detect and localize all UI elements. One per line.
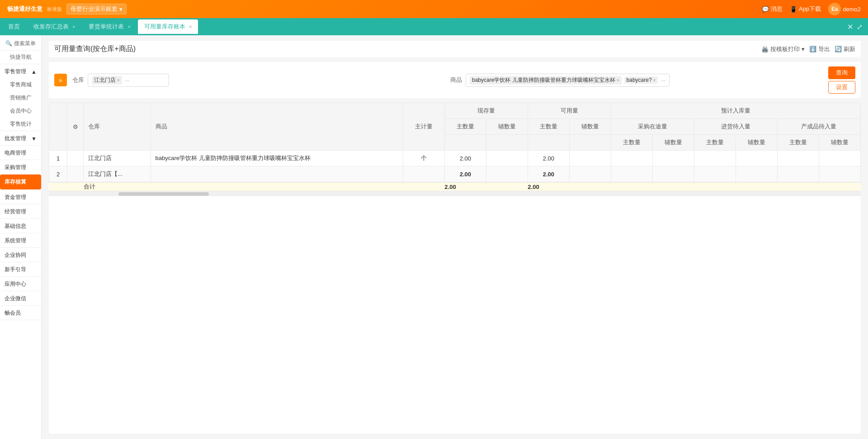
sidebar-group-ecommerce-header[interactable]: 电商管理 bbox=[0, 146, 41, 160]
sidebar-item-marketing[interactable]: 营销推广 bbox=[0, 91, 41, 104]
cell-prod-main-0 bbox=[777, 151, 819, 166]
sidebar-group-system-header[interactable]: 系统管理 bbox=[0, 233, 41, 247]
sidebar-group-retail-header[interactable]: 零售管理 ▲ bbox=[0, 64, 41, 78]
filter-product-group: 商品 babycare学饮杯 儿童防摔防撞吸管杯重力球吸嘴杯宝宝水杯 × bab… bbox=[450, 74, 823, 87]
cell-avail-main-0: 2.00 bbox=[528, 151, 569, 166]
col-curr-aux-num bbox=[486, 135, 528, 151]
col-avail-aux: 辅数量 bbox=[569, 119, 611, 135]
col-curr-main-num bbox=[444, 135, 486, 151]
print-btn[interactable]: 🖨️ 按模板打印 ▾ bbox=[761, 45, 805, 53]
tab-receive[interactable]: 收发存汇总表 × bbox=[27, 19, 81, 34]
col-main-unit: 主计量 bbox=[403, 103, 444, 151]
col-current-stock: 现存量 bbox=[444, 103, 528, 119]
page-content: 可用量查询(按仓库+商品) 🖨️ 按模板打印 ▾ ⬇️ 导出 🔄 刷新 bbox=[42, 35, 868, 439]
sidebar-group-basic: 基础信息 bbox=[0, 219, 41, 233]
sidebar-group-inventory-header[interactable]: 库存核算 bbox=[0, 175, 41, 189]
sidebar-item-member[interactable]: 会员中心 bbox=[0, 104, 41, 118]
col-settings: ⚙ bbox=[67, 103, 84, 151]
refresh-btn[interactable]: 🔄 刷新 bbox=[835, 45, 855, 53]
sidebar-group-vip-header[interactable]: 畅会员 bbox=[0, 306, 41, 320]
sidebar-group-basic-header[interactable]: 基础信息 bbox=[0, 219, 41, 233]
setting-button[interactable]: 设置 bbox=[828, 81, 855, 94]
warehouse-label: 仓库 bbox=[72, 76, 84, 84]
tab-home[interactable]: 首页 bbox=[2, 19, 26, 34]
filter-warehouse-group: 仓库 江北门店 × ··· bbox=[72, 74, 445, 87]
scrollbar-thumb[interactable] bbox=[118, 192, 209, 196]
page-title: 可用量查询(按仓库+商品) bbox=[54, 44, 136, 54]
table-scrollbar[interactable] bbox=[49, 191, 861, 196]
cell-pur-aux-0 bbox=[652, 151, 694, 166]
sidebar-group-collab-header[interactable]: 企业协同 bbox=[0, 248, 41, 262]
sidebar-item-retail-stats[interactable]: 零售统计 bbox=[0, 118, 41, 131]
col-inb-main: 主数量 bbox=[694, 135, 736, 151]
cell-settings-0 bbox=[67, 151, 84, 166]
product-tag-1-close[interactable]: × bbox=[653, 78, 656, 83]
sidebar-group-corp-wechat-header[interactable]: 企业微信 bbox=[0, 291, 41, 305]
user-menu[interactable]: Ea demo2 bbox=[828, 3, 861, 15]
close-all-icon[interactable]: ✕ bbox=[847, 23, 853, 31]
cell-avail-aux-1 bbox=[569, 166, 611, 183]
sidebar-group-wholesale-header[interactable]: 批发管理 ▼ bbox=[0, 131, 41, 145]
sidebar-group-vip: 畅会员 bbox=[0, 306, 41, 320]
sidebar-group-purchase-header[interactable]: 采购管理 bbox=[0, 160, 41, 174]
cell-prod-aux-1 bbox=[819, 166, 860, 183]
main-layout: 🔍 搜索菜单 快捷导航 零售管理 ▲ 零售商城 营销推广 会员中心 零售统计 bbox=[0, 35, 868, 439]
col-available: 可用量 bbox=[528, 103, 611, 119]
sidebar-group-finance-header[interactable]: 资金管理 bbox=[0, 190, 41, 204]
message-btn[interactable]: 💬 消息 bbox=[762, 5, 783, 13]
sidebar-item-retail-shop[interactable]: 零售商城 bbox=[0, 78, 41, 91]
cell-unit-1 bbox=[403, 166, 444, 183]
tab-bar: 首页 收发存汇总表 × 要货单统计表 × 可用量库存账本 × ✕ ⤢ bbox=[0, 18, 868, 35]
product-tag-1: babycare? × bbox=[624, 76, 658, 84]
table-footer-row: 合计 2.00 2.00 bbox=[49, 182, 861, 191]
product-more[interactable]: ··· bbox=[660, 77, 665, 84]
sidebar: 🔍 搜索菜单 快捷导航 零售管理 ▲ 零售商城 营销推广 会员中心 零售统计 bbox=[0, 35, 42, 439]
expand-icon[interactable]: ⤢ bbox=[857, 23, 863, 31]
filter-actions: 查询 设置 bbox=[828, 66, 855, 94]
tab-order-stats[interactable]: 要货单统计表 × bbox=[82, 19, 137, 34]
chevron-down-icon: ▼ bbox=[31, 136, 37, 142]
tab-home-label: 首页 bbox=[8, 23, 20, 31]
tab-available-stock[interactable]: 可用量库存账本 × bbox=[138, 19, 198, 34]
cell-inb-aux-0 bbox=[736, 151, 777, 166]
footer-avail-main: 2.00 bbox=[528, 182, 569, 191]
tab-order-stats-label: 要货单统计表 bbox=[89, 23, 124, 31]
col-pur-main: 主数量 bbox=[611, 135, 652, 151]
export-btn[interactable]: ⬇️ 导出 bbox=[809, 45, 830, 53]
print-chevron-icon: ▾ bbox=[802, 46, 805, 52]
header-right: 💬 消息 📱 App下载 Ea demo2 bbox=[762, 3, 861, 15]
warehouse-more[interactable]: ··· bbox=[125, 77, 130, 84]
sidebar-group-operations: 经营管理 bbox=[0, 204, 41, 219]
table-settings-icon[interactable]: ⚙ bbox=[73, 123, 78, 130]
tab-available-stock-close[interactable]: × bbox=[189, 24, 192, 29]
cell-curr-main-0: 2.00 bbox=[444, 151, 486, 166]
cell-curr-main-1: 2.00 bbox=[444, 166, 486, 183]
chevron-down-icon: ▾ bbox=[119, 6, 123, 13]
cell-curr-aux-0 bbox=[486, 151, 528, 166]
sidebar-group-corp-wechat: 企业微信 bbox=[0, 291, 41, 306]
query-button[interactable]: 查询 bbox=[828, 66, 855, 79]
col-inbound-pending: 进货待入量 bbox=[694, 119, 777, 135]
sidebar-group-finance: 资金管理 bbox=[0, 190, 41, 204]
filter-toggle-btn[interactable]: » bbox=[54, 74, 67, 86]
sidebar-group-operations-header[interactable]: 经营管理 bbox=[0, 204, 41, 218]
sidebar-group-newbie-header[interactable]: 新手引导 bbox=[0, 262, 41, 276]
tab-receive-close[interactable]: × bbox=[72, 24, 75, 29]
sidebar-group-app-center-header[interactable]: 应用中心 bbox=[0, 277, 41, 291]
cell-pur-main-1 bbox=[611, 166, 652, 183]
warehouse-input[interactable]: 江北门店 × ··· bbox=[88, 74, 169, 87]
sidebar-search[interactable]: 🔍 搜索菜单 bbox=[0, 35, 41, 51]
warehouse-tag-close[interactable]: × bbox=[117, 78, 120, 83]
cell-curr-aux-1 bbox=[486, 166, 528, 183]
tab-order-stats-close[interactable]: × bbox=[127, 24, 130, 29]
chevron-right-icon: » bbox=[59, 76, 62, 84]
filter-bar: » 仓库 江北门店 × ··· 商品 bbox=[49, 62, 861, 98]
cell-pur-aux-1 bbox=[652, 166, 694, 183]
cell-inb-aux-1 bbox=[736, 166, 777, 183]
app-download-btn[interactable]: 📱 App下载 bbox=[790, 5, 821, 13]
sidebar-quick-nav[interactable]: 快捷导航 bbox=[0, 51, 41, 64]
product-label: 商品 bbox=[450, 76, 462, 84]
product-tag-0-close[interactable]: × bbox=[617, 78, 619, 83]
industry-select[interactable]: 母婴行业演示账套 ▾ bbox=[66, 4, 127, 14]
product-input[interactable]: babycare学饮杯 儿童防摔防撞吸管杯重力球吸嘴杯宝宝水杯 × babyca… bbox=[466, 74, 670, 87]
